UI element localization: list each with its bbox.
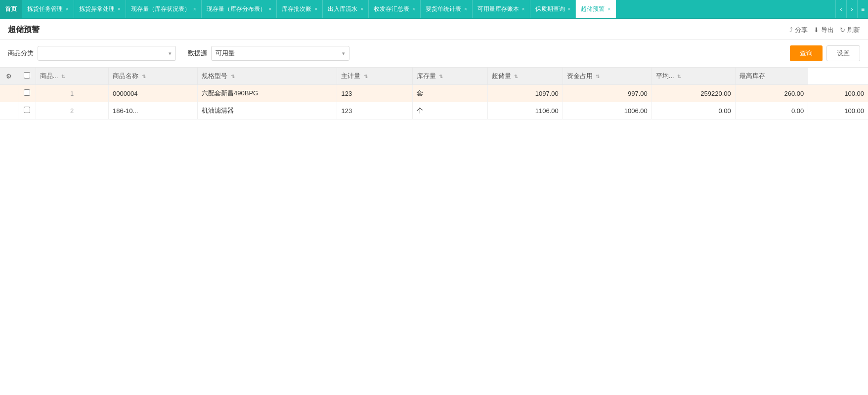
close-icon-stock-status[interactable]: × <box>193 6 196 12</box>
nav-tab-available-stock[interactable]: 可用量库存账本 × <box>473 0 530 19</box>
gear-icon[interactable]: ⚙ <box>6 73 12 80</box>
row-unit-1: 个 <box>412 102 487 119</box>
home-label: 首页 <box>5 5 17 13</box>
row-capital-1: 0.00 <box>651 102 735 119</box>
sort-icon-capital[interactable]: ⇅ <box>596 74 600 79</box>
row-stock-1: 1106.00 <box>487 102 563 119</box>
nav-tab-shelf-life[interactable]: 保质期查询 × <box>530 0 576 19</box>
nav-tab-abnormal[interactable]: 拣货异常处理 × <box>74 0 126 19</box>
row-overstock-1: 1006.00 <box>563 102 651 119</box>
datasource-select-value: 可用量 <box>216 49 342 58</box>
nav-arrow-right[interactable]: › <box>846 0 857 19</box>
query-button[interactable]: 查询 <box>790 45 823 61</box>
nav-arrow-more[interactable]: ≡ <box>857 0 868 19</box>
filter-area: 商品分类 ▾ 数据源 可用量 ▾ 查询 设置 <box>0 40 868 67</box>
nav-tab-in-out-flow[interactable]: 出入库流水 × <box>323 0 369 19</box>
sort-icon-overstock[interactable]: ⇅ <box>514 74 518 79</box>
header-actions: ⤴ 分享 ⬇ 导出 ↻ 刷新 <box>789 26 860 35</box>
export-label: 导出 <box>821 26 834 35</box>
nav-tab-stock-status[interactable]: 现存量（库存状况表） × <box>126 0 202 19</box>
nav-tab-home[interactable]: 首页 <box>0 0 22 19</box>
th-max-stock: 最高库存 <box>735 68 808 85</box>
batch-account-label: 库存批次账 <box>282 5 311 13</box>
row-max-stock-1: 100.00 <box>808 102 868 119</box>
share-button[interactable]: ⤴ 分享 <box>789 26 808 35</box>
close-icon-stock-dist[interactable]: × <box>269 6 272 12</box>
row-product-name-1: 机油滤清器 <box>198 102 337 119</box>
sort-icon-unit[interactable]: ⇅ <box>364 74 368 79</box>
datasource-filter-group: 数据源 可用量 ▾ <box>188 46 349 61</box>
th-spec: 规格型号 ⇅ <box>198 68 337 85</box>
refresh-label: 刷新 <box>847 26 860 35</box>
row-select-checkbox-0[interactable] <box>24 89 30 96</box>
category-select[interactable]: ▾ <box>38 46 176 61</box>
close-icon-in-out-flow[interactable]: × <box>360 6 363 12</box>
shelf-life-label: 保质期查询 <box>535 5 565 13</box>
nav-tab-order-stats[interactable]: 要货单统计表 × <box>421 0 473 19</box>
row-gear-1 <box>0 102 18 119</box>
overstock-alert-label: 超储预警 <box>581 5 605 13</box>
page-header: 超储预警 ⤴ 分享 ⬇ 导出 ↻ 刷新 <box>0 19 868 40</box>
close-icon-order-stats[interactable]: × <box>464 6 467 12</box>
datasource-select[interactable]: 可用量 ▾ <box>211 46 349 61</box>
th-product-code: 商品... ⇅ <box>36 68 108 85</box>
sort-icon-product-code[interactable]: ⇅ <box>61 74 65 79</box>
row-avg-0: 260.00 <box>735 85 808 102</box>
row-num-1: 2 <box>36 102 108 119</box>
th-overstock: 超储量 ⇅ <box>487 68 563 85</box>
sort-icon-product-name[interactable]: ⇅ <box>142 74 146 79</box>
table-header-row: ⚙ 商品... ⇅ 商品名称 ⇅ 规格型号 ⇅ <box>0 68 868 85</box>
category-filter-group: 商品分类 ▾ <box>8 46 176 61</box>
th-unit-label: 主计量 <box>341 72 360 79</box>
row-select-checkbox-1[interactable] <box>24 107 30 113</box>
row-gear-0 <box>0 85 18 102</box>
table-row: 1 0000004 六配套新昌490BPG 123 套 1097.00 997.… <box>0 85 868 102</box>
share-label: 分享 <box>795 26 808 35</box>
row-product-code-0: 0000004 <box>108 85 197 102</box>
th-checkbox <box>18 68 36 85</box>
sort-icon-stock[interactable]: ⇅ <box>439 74 443 79</box>
refresh-button[interactable]: ↻ 刷新 <box>840 26 860 35</box>
close-icon-available-stock[interactable]: × <box>522 6 525 12</box>
close-icon-abnormal[interactable]: × <box>118 6 121 12</box>
close-icon-recv-send[interactable]: × <box>412 6 415 12</box>
row-spec-0: 123 <box>337 85 412 102</box>
th-overstock-label: 超储量 <box>492 72 511 79</box>
table-container: ⚙ 商品... ⇅ 商品名称 ⇅ 规格型号 ⇅ <box>0 67 868 119</box>
th-stock: 库存量 ⇅ <box>412 68 487 85</box>
close-icon-shelf-life[interactable]: × <box>568 6 571 12</box>
row-capital-0: 259220.00 <box>651 85 735 102</box>
select-all-checkbox[interactable] <box>24 72 30 79</box>
sort-icon-avg[interactable]: ⇅ <box>677 74 681 79</box>
nav-arrows: ‹ › ≡ <box>835 0 868 19</box>
row-checkbox-1 <box>18 102 36 119</box>
export-button[interactable]: ⬇ 导出 <box>814 26 834 35</box>
nav-tab-task-mgmt[interactable]: 拣货任务管理 × <box>22 0 74 19</box>
share-icon: ⤴ <box>789 26 793 34</box>
row-product-name-0: 六配套新昌490BPG <box>198 85 337 102</box>
th-capital: 资金占用 ⇅ <box>563 68 651 85</box>
row-spec-1: 123 <box>337 102 412 119</box>
row-avg-1: 0.00 <box>735 102 808 119</box>
sort-icon-spec[interactable]: ⇅ <box>231 74 235 79</box>
category-chevron-icon: ▾ <box>169 50 172 57</box>
export-icon: ⬇ <box>814 26 819 34</box>
nav-tab-recv-send[interactable]: 收发存汇总表 × <box>369 0 421 19</box>
th-unit: 主计量 ⇅ <box>337 68 412 85</box>
in-out-flow-label: 出入库流水 <box>328 5 357 13</box>
nav-tab-overstock-alert[interactable]: 超储预警 × <box>576 0 616 19</box>
row-product-code-1: 186-10... <box>108 102 197 119</box>
row-overstock-0: 997.00 <box>563 85 651 102</box>
close-icon-overstock-alert[interactable]: × <box>608 6 610 12</box>
close-icon-task-mgmt[interactable]: × <box>66 6 69 12</box>
nav-tab-stock-dist[interactable]: 现存量（库存分布表） × <box>202 0 277 19</box>
datasource-label: 数据源 <box>188 49 207 58</box>
available-stock-label: 可用量库存账本 <box>477 5 519 13</box>
task-mgmt-label: 拣货任务管理 <box>27 5 63 13</box>
recv-send-label: 收发存汇总表 <box>374 5 409 13</box>
close-icon-batch-account[interactable]: × <box>314 6 317 12</box>
nav-arrow-left[interactable]: ‹ <box>835 0 846 19</box>
nav-tab-batch-account[interactable]: 库存批次账 × <box>277 0 323 19</box>
refresh-icon: ↻ <box>840 26 845 34</box>
settings-button[interactable]: 设置 <box>826 45 860 61</box>
